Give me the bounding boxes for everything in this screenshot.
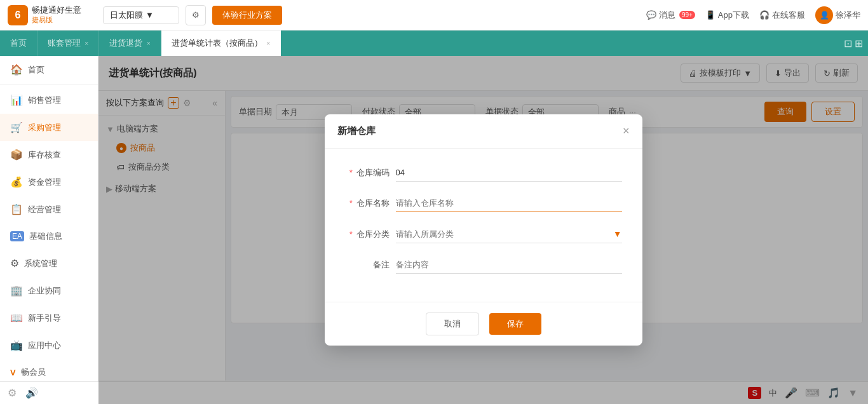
store-selector[interactable]: 日太阳膜 ▼ (103, 6, 179, 24)
logo-text: 畅捷通好生意 捷易版 (32, 5, 81, 25)
content-area: 进货单统计(按商品) 🖨 按模板打印 ▼ ⬇ 导出 ↻ 刷新 (98, 56, 868, 404)
name-input[interactable] (396, 194, 622, 212)
app-center-icon: 📺 (10, 339, 23, 351)
sidebar-item-app-center[interactable]: 📺 应用中心 (0, 332, 98, 359)
sidebar-item-enterprise[interactable]: 🏢 企业协同 (0, 277, 98, 304)
tab-bar: 首页 账套管理 × 进货退货 × 进货单统计表（按商品） × ⊡ ⊞ (0, 30, 868, 56)
required-mark: * (349, 229, 353, 239)
sidebar-item-sales[interactable]: 📊 销售管理 (0, 86, 98, 114)
sidebar: 🏠 首页 📊 销售管理 🛒 采购管理 📦 库存核查 💰 资金管理 📋 经营管理 … (0, 56, 98, 404)
sidebar-item-finance[interactable]: 💰 资金管理 (0, 168, 98, 196)
name-label: * 仓库名称 (345, 198, 396, 209)
user-menu[interactable]: 👤 徐泽华 (815, 6, 860, 24)
category-select-wrap: ▼ (396, 225, 622, 243)
tab-label: 账套管理 (48, 37, 81, 49)
purchase-icon: 🛒 (10, 121, 23, 133)
tab-controls: ⊡ ⊞ (839, 30, 868, 56)
tab-expand-icon[interactable]: ⊞ (855, 37, 863, 50)
top-right-area: 💬 消息 99+ 📱 App下载 🎧 在线客服 👤 徐泽华 (646, 6, 860, 24)
sidebar-item-guide[interactable]: 📖 新手引导 (0, 304, 98, 332)
sidebar-item-system[interactable]: ⚙ 系统管理 (0, 250, 98, 277)
guide-icon: 📖 (10, 312, 23, 324)
tab-label: 进货单统计表（按商品） (172, 37, 262, 49)
close-icon[interactable]: × (146, 39, 150, 47)
system-icon: ⚙ (10, 257, 19, 269)
avatar: 👤 (815, 6, 833, 24)
sidebar-divider (0, 84, 98, 85)
settings-icon[interactable]: ⚙ (186, 5, 206, 25)
dialog-footer: 取消 保存 (325, 302, 642, 346)
sales-icon: 📊 (10, 94, 23, 106)
code-label: * 仓库编码 (345, 167, 396, 178)
remark-input[interactable] (396, 256, 622, 274)
logo-icon: 6 (8, 5, 28, 25)
basic-info-icon: EA (10, 231, 24, 241)
tab-account[interactable]: 账套管理 × (37, 30, 99, 56)
remark-form-row: 备注 (345, 256, 622, 274)
trial-button[interactable]: 体验行业方案 (212, 6, 282, 25)
app-download-btn[interactable]: 📱 App下载 (705, 10, 749, 21)
name-form-row: * 仓库名称 (345, 194, 622, 212)
tab-purchase-stats[interactable]: 进货单统计表（按商品） × (161, 30, 281, 56)
vip-icon: V (10, 368, 16, 377)
code-input[interactable] (396, 164, 622, 182)
top-nav: 6 畅捷通好生意 捷易版 日太阳膜 ▼ ⚙ 体验行业方案 💬 消息 99+ 📱 … (0, 0, 868, 30)
headset-icon: 🎧 (759, 10, 770, 20)
enterprise-icon: 🏢 (10, 285, 23, 297)
home-icon: 🏠 (10, 64, 23, 76)
dialog-header: 新增仓库 × (325, 114, 642, 149)
save-button[interactable]: 保存 (489, 313, 541, 335)
category-input[interactable] (396, 229, 613, 239)
tab-label: 首页 (10, 37, 27, 49)
new-warehouse-dialog: 新增仓库 × * 仓库编码 * (325, 114, 642, 346)
remark-label: 备注 (345, 259, 396, 271)
tab-restore-icon[interactable]: ⊡ (844, 37, 852, 50)
inventory-icon: 📦 (10, 149, 23, 161)
sidebar-item-operations[interactable]: 📋 经营管理 (0, 196, 98, 223)
chevron-down-icon: ▼ (146, 10, 154, 20)
audio-icon[interactable]: 🔊 (25, 387, 38, 399)
sidebar-item-home[interactable]: 🏠 首页 (0, 56, 98, 83)
sidebar-item-basic-info[interactable]: EA 基础信息 (0, 223, 98, 250)
main-layout: 🏠 首页 📊 销售管理 🛒 采购管理 📦 库存核查 💰 资金管理 📋 经营管理 … (0, 56, 868, 404)
category-form-row: * 仓库分类 ▼ (345, 225, 622, 243)
close-icon[interactable]: × (85, 39, 88, 47)
operations-icon: 📋 (10, 203, 23, 215)
settings-bottom-icon[interactable]: ⚙ (8, 387, 17, 399)
dropdown-arrow-icon[interactable]: ▼ (613, 229, 622, 239)
messages-btn[interactable]: 💬 消息 99+ (646, 10, 695, 21)
sidebar-item-inventory[interactable]: 📦 库存核查 (0, 141, 98, 168)
online-service-btn[interactable]: 🎧 在线客服 (759, 10, 805, 21)
notification-badge: 99+ (679, 11, 695, 19)
modal-overlay: 新增仓库 × * 仓库编码 * (98, 56, 868, 404)
message-icon: 💬 (646, 10, 656, 20)
dialog-close-button[interactable]: × (623, 125, 630, 138)
store-name: 日太阳膜 (110, 10, 143, 21)
category-label: * 仓库分类 (345, 229, 396, 240)
sidebar-bottom: ⚙ 🔊 (0, 381, 98, 404)
close-icon[interactable]: × (266, 39, 270, 47)
tab-home[interactable]: 首页 (0, 30, 37, 56)
logo-area: 6 畅捷通好生意 捷易版 (8, 5, 97, 25)
required-mark: * (349, 198, 353, 208)
dialog-title: 新增仓库 (337, 125, 376, 137)
tab-label: 进货退货 (109, 37, 142, 49)
dialog-body: * 仓库编码 * 仓库名称 (325, 149, 642, 302)
code-form-row: * 仓库编码 (345, 164, 622, 182)
sidebar-item-purchase[interactable]: 🛒 采购管理 (0, 114, 98, 141)
cancel-button[interactable]: 取消 (426, 313, 479, 335)
required-mark: * (349, 168, 353, 177)
tab-purchase-return[interactable]: 进货退货 × (99, 30, 161, 56)
finance-icon: 💰 (10, 176, 23, 188)
phone-icon: 📱 (705, 10, 715, 20)
